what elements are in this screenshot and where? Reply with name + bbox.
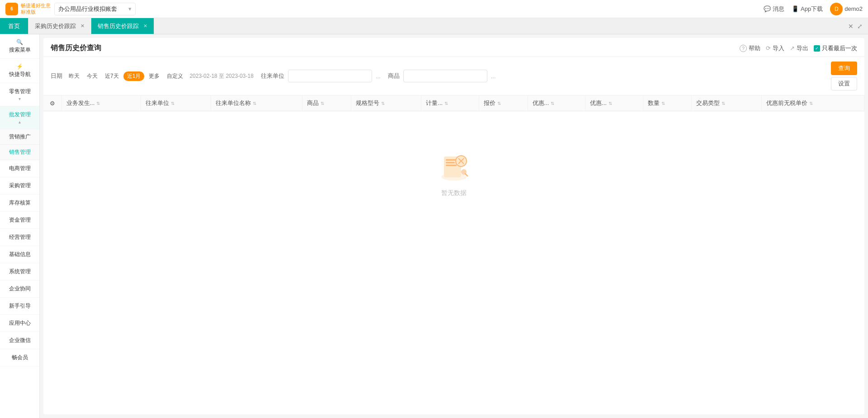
import-btn[interactable]: ⟳ 导入: [766, 44, 784, 52]
sales-history-tab-close[interactable]: ✕: [143, 23, 147, 29]
date-filter-label: 日期: [51, 72, 62, 80]
sidebar-item-member[interactable]: 畅会员: [0, 349, 39, 366]
tab-close-all-btn[interactable]: ✕: [848, 23, 854, 30]
date-btn-custom[interactable]: 自定义: [164, 71, 186, 81]
export-btn[interactable]: ↗ 导出: [790, 44, 808, 52]
help-icon: ?: [740, 45, 747, 52]
chat-action[interactable]: 💬 消息: [764, 5, 784, 13]
th-biz-date[interactable]: 业务发生... ⇅: [61, 95, 141, 111]
date-btn-yesterday[interactable]: 昨天: [66, 71, 82, 81]
product-ellipsis[interactable]: ...: [491, 73, 496, 80]
th-discount2-label: 优惠...: [590, 99, 607, 107]
mobile-icon: 📱: [792, 5, 799, 12]
sort-icon: ⇅: [253, 101, 256, 106]
app-download-action[interactable]: 📱 App下载: [792, 5, 823, 13]
tab-home[interactable]: 首页: [0, 18, 28, 34]
th-pretax-price[interactable]: 优惠前无税单价 ⇅: [762, 95, 864, 111]
empty-illustration: [436, 147, 472, 184]
partner-input[interactable]: [288, 70, 372, 82]
sidebar-item-basic-info[interactable]: 基础信息: [0, 246, 39, 263]
sort-icon: ⇅: [661, 101, 665, 106]
top-bar-left: 6 畅捷通好生意 标准版 办公用品行业模拟账套 ▾: [5, 3, 136, 15]
sidebar-item-retail-label: 零售管理: [9, 88, 31, 95]
sidebar-item-search-label: 搜索菜单: [9, 46, 31, 54]
th-partner-name[interactable]: 往来单位名称 ⇅: [211, 95, 302, 111]
th-partner-code-label: 往来单位: [146, 99, 169, 107]
sidebar-subitem-marketing[interactable]: 营销推广: [0, 129, 39, 145]
top-bar-right: 💬 消息 📱 App下载 D demo2: [764, 3, 863, 15]
date-btn-7days[interactable]: 近7天: [102, 71, 122, 81]
product-input[interactable]: [403, 70, 487, 82]
tab-expand-btn[interactable]: ⤢: [857, 23, 863, 30]
sort-icon: ⇅: [381, 101, 385, 106]
help-btn[interactable]: ? 帮助: [740, 44, 760, 52]
chat-label: 消息: [773, 5, 784, 13]
tab-purchase-history[interactable]: 采购历史价跟踪 ✕: [28, 18, 91, 34]
logo-icon: 6: [5, 3, 18, 15]
import-icon: ⟳: [766, 45, 771, 52]
sidebar-item-inventory[interactable]: 库存核算: [0, 195, 39, 212]
query-button[interactable]: 查询: [831, 62, 857, 75]
th-trade-type[interactable]: 交易类型 ⇅: [692, 95, 762, 111]
th-spec[interactable]: 规格型号 ⇅: [351, 95, 421, 111]
th-discount1[interactable]: 优惠... ⇅: [528, 95, 585, 111]
purchase-history-tab-close[interactable]: ✕: [80, 23, 85, 29]
sort-icon: ⇅: [809, 101, 813, 106]
sidebar-item-ecommerce[interactable]: 电商管理: [0, 160, 39, 177]
only-last-label: 只看最后一次: [822, 44, 857, 52]
th-product[interactable]: 商品 ⇅: [302, 95, 351, 111]
th-unit[interactable]: 计量... ⇅: [421, 95, 479, 111]
sidebar-item-operations[interactable]: 经营管理: [0, 229, 39, 246]
only-last-checkbox-label[interactable]: ✓ 只看最后一次: [814, 44, 857, 52]
settings-button[interactable]: 设置: [831, 77, 857, 90]
sidebar-item-wechat[interactable]: 企业微信: [0, 332, 39, 349]
tab-sales-history[interactable]: 销售历史价跟踪 ✕: [91, 18, 154, 34]
product-filter-group: 商品 ...: [388, 70, 496, 82]
content-area: 销售历史价查询 ? 帮助 ⟳ 导入 ↗ 导出 ✓: [40, 34, 868, 418]
page-content: 销售历史价查询 ? 帮助 ⟳ 导入 ↗ 导出 ✓: [43, 38, 864, 414]
page-header: 销售历史价查询 ? 帮助 ⟳ 导入 ↗ 导出 ✓: [43, 38, 864, 57]
sidebar-item-finance-label: 资金管理: [9, 216, 31, 224]
tab-bar-actions: ✕ ⤢: [843, 18, 868, 34]
sidebar-subitem-sales-mgmt[interactable]: 销售管理: [0, 145, 39, 160]
only-last-checkbox[interactable]: ✓: [814, 45, 820, 52]
table-header-row: ⚙ 业务发生... ⇅ 往来单位: [43, 95, 864, 111]
sidebar-item-enterprise[interactable]: 企业协同: [0, 280, 39, 298]
sidebar-item-search[interactable]: 🔍 搜索菜单: [0, 34, 39, 59]
sidebar-item-app-center[interactable]: 应用中心: [0, 315, 39, 332]
sidebar-subitem-marketing-label: 营销推广: [9, 133, 31, 140]
th-spec-label: 规格型号: [356, 99, 379, 107]
date-btn-more[interactable]: 更多: [146, 71, 162, 81]
top-bar: 6 畅捷通好生意 标准版 办公用品行业模拟账套 ▾ 💬 消息 📱 App下载 D…: [0, 0, 868, 18]
partner-ellipsis[interactable]: ...: [376, 73, 381, 80]
sidebar-item-newbie-label: 新手引导: [9, 302, 31, 310]
th-quote[interactable]: 报价 ⇅: [479, 95, 528, 111]
sidebar-item-wholesale[interactable]: 批发管理 ▴: [0, 106, 39, 129]
date-range-text: 2023-02-18 至 2023-03-18: [189, 72, 253, 80]
sidebar-item-system[interactable]: 系统管理: [0, 263, 39, 280]
app-selector[interactable]: 办公用品行业模拟账套 ▾: [54, 3, 136, 15]
chevron-down-icon: ▾: [128, 5, 132, 12]
sidebar-item-retail[interactable]: 零售管理 ▾: [0, 83, 39, 106]
th-quantity[interactable]: 数量 ⇅: [643, 95, 692, 111]
sidebar-item-system-label: 系统管理: [9, 268, 31, 276]
empty-state: 暂无数据: [43, 111, 864, 233]
user-name: demo2: [844, 5, 863, 12]
th-discount2[interactable]: 优惠... ⇅: [585, 95, 643, 111]
help-label: 帮助: [749, 44, 760, 52]
sidebar-item-shortcut[interactable]: ⚡ 快捷导航: [0, 59, 39, 83]
page-title: 销售历史价查询: [51, 43, 101, 53]
user-area[interactable]: D demo2: [830, 3, 863, 15]
th-partner-code[interactable]: 往来单位 ⇅: [141, 95, 211, 111]
sidebar-item-finance[interactable]: 资金管理: [0, 212, 39, 229]
date-btn-today[interactable]: 今天: [84, 71, 100, 81]
filter-actions: 查询 设置: [831, 62, 857, 90]
chevron-icon: ▾: [19, 96, 21, 101]
home-tab-label: 首页: [8, 22, 20, 30]
th-gear[interactable]: ⚙: [43, 95, 61, 111]
sidebar-item-enterprise-label: 企业协同: [9, 285, 31, 293]
sidebar-item-newbie[interactable]: 新手引导: [0, 298, 39, 315]
date-btn-1month[interactable]: 近1月: [123, 71, 145, 81]
sidebar-item-purchase[interactable]: 采购管理: [0, 177, 39, 195]
app-selector-label: 办公用品行业模拟账套: [58, 5, 117, 13]
